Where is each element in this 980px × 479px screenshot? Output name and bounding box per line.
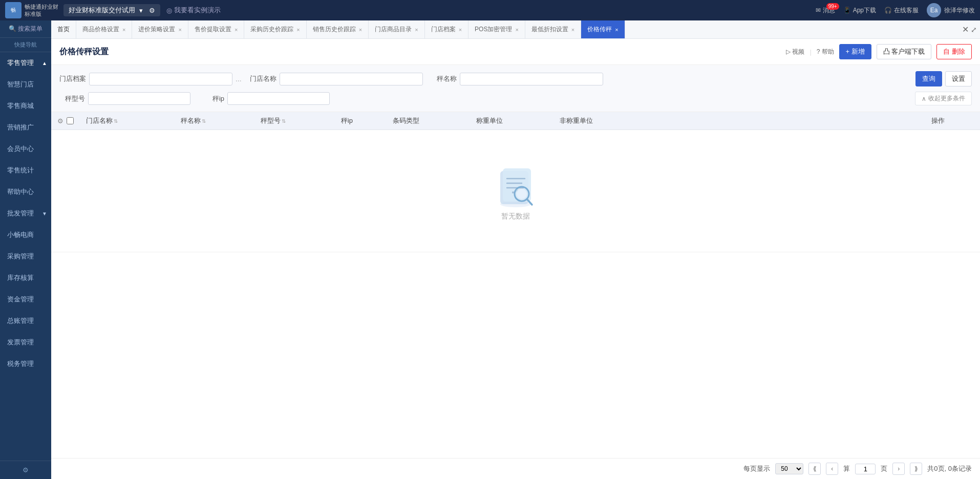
total-info: 共0页, 0条记录 <box>927 464 972 473</box>
scale-model-input[interactable] <box>88 92 190 105</box>
collapse-arrow-icon: ∧ <box>922 95 926 102</box>
tab-close-icon[interactable]: × <box>359 27 362 33</box>
tab-close-icon[interactable]: × <box>571 27 574 33</box>
sidebar-item-ecommerce[interactable]: 小畅电商 <box>0 224 51 246</box>
tab-min-discount[interactable]: 最低折扣设置 × <box>525 20 581 38</box>
svg-point-9 <box>512 191 514 193</box>
sidebar-item-invoice[interactable]: 发票管理 <box>0 332 51 353</box>
sidebar-item-tax[interactable]: 税务管理 <box>0 353 51 375</box>
gear-icon: ⚙ <box>23 466 29 474</box>
sidebar-item-retail-mall[interactable]: 零售商城 <box>0 95 51 117</box>
page-word-label: 算 <box>843 464 850 473</box>
sort-icon[interactable]: ⇅ <box>114 118 118 124</box>
scale-ip-input[interactable] <box>227 92 330 105</box>
message-action[interactable]: ✉ 消息 99+ <box>816 6 835 15</box>
tab-close-icon[interactable]: × <box>415 27 418 33</box>
th-scale-ip: 秤ip <box>335 112 387 130</box>
sidebar-item-inventory[interactable]: 库存核算 <box>0 267 51 289</box>
data-table: ⚙ 门店名称 ⇅ <box>51 112 980 252</box>
table-settings-icon[interactable]: ⚙ <box>57 117 63 125</box>
sidebar-item-retail-management[interactable]: 零售管理 ▲ <box>0 52 51 74</box>
tab-expand-btn[interactable]: ⤢ <box>971 26 977 34</box>
tab-close-all-btn[interactable]: ✕ <box>962 25 969 34</box>
video-link[interactable]: ▷ 视频 <box>786 48 804 56</box>
export-button[interactable]: 凸 客户端下载 <box>877 44 932 59</box>
edition-dropdown[interactable]: 好业财标准版交付试用 ▾ ⚙ <box>63 4 160 16</box>
store-name-field: 门店名称 <box>250 73 423 85</box>
empty-state: 暂无数据 <box>51 130 980 252</box>
sidebar-item-marketing[interactable]: 营销推广 <box>0 117 51 138</box>
tab-bar: 首页 商品价格设置 × 进价策略设置 × 售价提取设置 × 采购历史价跟踪 × <box>51 20 980 39</box>
page-number-input[interactable] <box>855 464 876 474</box>
next-page-button[interactable]: › <box>892 463 905 475</box>
sidebar-item-finance[interactable]: 资金管理 <box>0 289 51 310</box>
logo-icon: 畅 <box>5 2 22 18</box>
page-suffix-label: 页 <box>881 464 887 473</box>
tab-close-icon[interactable]: × <box>235 27 238 33</box>
tab-close-icon[interactable]: × <box>459 27 462 33</box>
demo-link[interactable]: ◎ 我要看实例演示 <box>166 6 221 15</box>
sidebar-settings-bottom[interactable]: ⚙ <box>0 461 51 479</box>
tab-price-scale[interactable]: 价格传秤 × <box>581 20 625 38</box>
tab-sale-price-extract[interactable]: 售价提取设置 × <box>188 20 244 38</box>
question-icon: ? <box>817 48 820 55</box>
sidebar-item-retail-stats[interactable]: 零售统计 <box>0 160 51 181</box>
th-action: 操作 <box>925 112 980 130</box>
prev-page-button[interactable]: ‹ <box>826 463 838 475</box>
th-store-name: 门店名称 ⇅ <box>80 112 175 130</box>
page-title: 价格传秤设置 <box>59 47 109 57</box>
ellipsis-icon[interactable]: ... <box>236 75 242 83</box>
th-non-weight-unit: 非称重单位 <box>553 112 925 130</box>
query-button[interactable]: 查询 <box>915 71 942 86</box>
sidebar-item-general-ledger[interactable]: 总账管理 <box>0 310 51 332</box>
tab-pos-encryption[interactable]: POS加密管理 × <box>468 20 525 38</box>
scale-name-field: 秤名称 <box>431 73 603 85</box>
tab-store-profile[interactable]: 门店档案 × <box>425 20 468 38</box>
collapse-button[interactable]: ∧ 收起更多条件 <box>915 92 972 105</box>
add-button[interactable]: + 新增 <box>839 44 871 59</box>
table-container: ⚙ 门店名称 ⇅ <box>51 112 980 458</box>
chevron-down-icon: ▼ <box>42 211 47 216</box>
per-page-label: 每页显示 <box>743 464 770 473</box>
sidebar-item-purchase[interactable]: 采购管理 <box>0 246 51 267</box>
tab-close-icon[interactable]: × <box>178 27 181 33</box>
sort-icon[interactable]: ⇅ <box>202 118 206 124</box>
tab-sales-history[interactable]: 销售历史价跟踪 × <box>307 20 369 38</box>
first-page-button[interactable]: ⟪ <box>808 463 821 475</box>
settings-button[interactable]: 设置 <box>945 71 972 86</box>
tab-store-catalog[interactable]: 门店商品目录 × <box>369 20 424 38</box>
sidebar-item-help-center[interactable]: 帮助中心 <box>0 181 51 203</box>
search-form: 门店档案 ... 门店名称 秤名称 查询 设置 <box>51 65 980 112</box>
sidebar-item-member-center[interactable]: 会员中心 <box>0 138 51 160</box>
tab-close-icon[interactable]: × <box>515 27 518 33</box>
scale-name-input[interactable] <box>460 73 603 85</box>
store-name-input[interactable] <box>280 73 423 85</box>
tab-close-icon[interactable]: × <box>122 27 125 33</box>
store-file-input[interactable] <box>89 73 232 85</box>
th-weight-unit: 称重单位 <box>470 112 553 130</box>
per-page-select[interactable]: 50 10 20 100 <box>775 463 803 474</box>
tab-product-price[interactable]: 商品价格设置 × <box>76 20 132 38</box>
dropdown-arrow-icon: ▾ <box>139 7 143 14</box>
online-service-action[interactable]: 🎧 在线客服 <box>884 6 919 15</box>
sort-icon[interactable]: ⇅ <box>282 118 286 124</box>
app-download-action[interactable]: 📱 App下载 <box>843 6 876 15</box>
help-link[interactable]: ? 帮助 <box>817 48 834 56</box>
scale-model-field: 秤型号 <box>59 92 190 105</box>
sidebar-quick-nav[interactable]: 快捷导航 <box>0 38 51 52</box>
sidebar-item-wholesale[interactable]: 批发管理 ▼ <box>0 203 51 224</box>
sidebar-item-smart-store[interactable]: 智慧门店 <box>0 74 51 95</box>
tab-close-icon[interactable]: × <box>615 27 618 33</box>
last-page-button[interactable]: ⟫ <box>910 463 922 475</box>
tab-close-icon[interactable]: × <box>296 27 300 33</box>
select-all-checkbox[interactable] <box>67 117 74 124</box>
avatar: Ea <box>927 3 941 17</box>
sidebar-search[interactable]: 🔍 搜索菜单 <box>0 20 51 38</box>
user-action[interactable]: Ea 徐泽华修改 <box>927 3 975 17</box>
page-header: 价格传秤设置 ▷ 视频 | ? 帮助 + 新增 凸 客户端下载 自 删除 <box>51 39 980 65</box>
tab-purchase-strategy[interactable]: 进价策略设置 × <box>132 20 188 38</box>
tab-purchase-history[interactable]: 采购历史价跟踪 × <box>244 20 306 38</box>
play-icon: ▷ <box>786 48 791 55</box>
delete-button[interactable]: 自 删除 <box>936 44 972 59</box>
tab-home[interactable]: 首页 <box>51 20 76 38</box>
